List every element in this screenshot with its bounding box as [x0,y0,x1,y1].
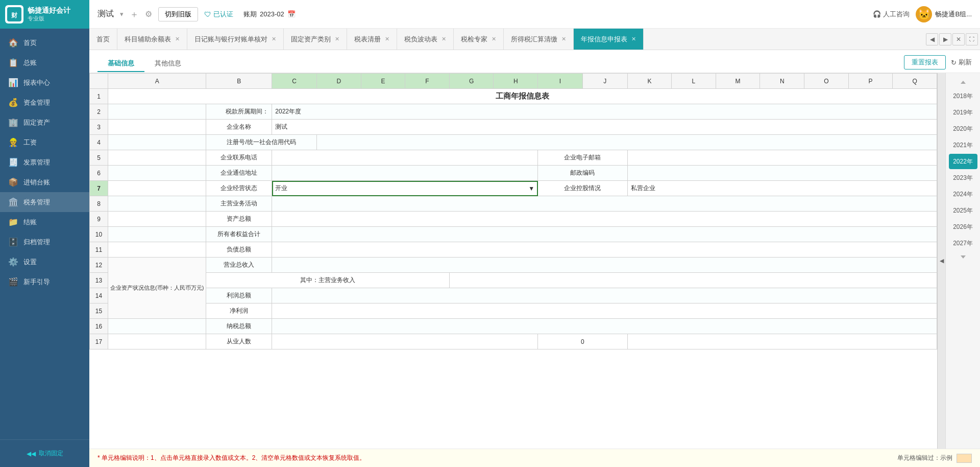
right-panel-collapse-btn[interactable]: ◀ [937,73,945,449]
reset-button[interactable]: 重置报表 [904,55,946,69]
topbar-settings-icon[interactable]: ⚙ [145,9,152,19]
user-avatar[interactable]: 🐱 [916,6,932,22]
tab-income-tax-close[interactable]: ✕ [561,36,566,42]
sidebar-item-assets[interactable]: 🏢 固定资产 [0,112,89,132]
sidebar-item-ledger[interactable]: 📋 总账 [0,53,89,73]
sheet-title-text: 工商年报信息表 [496,91,549,100]
r5-phone-value[interactable] [272,150,538,166]
status-dropdown[interactable]: 开业 ▼ [275,184,534,193]
sidebar-item-invoice[interactable]: 🧾 发票管理 [0,152,89,172]
subtab-other[interactable]: 其他信息 [144,56,191,72]
tab-fixed-asset-close[interactable]: ✕ [335,36,339,42]
dropdown-arrow-icon[interactable]: ▼ [528,185,534,192]
year-up-button[interactable] [955,77,971,87]
sidebar-item-guide[interactable]: 🎬 新手引导 [0,272,89,292]
topbar-dropdown-arrow[interactable]: ▾ [120,10,124,18]
sidebar-label-assets: 固定资产 [23,118,50,127]
tab-income-tax[interactable]: 所得税汇算清缴 ✕ [504,29,574,50]
tab-tax-expert-close[interactable]: ✕ [492,36,496,42]
year-2023[interactable]: 2023年 [949,170,977,185]
sidebar-item-tax[interactable]: 🏛️ 税务管理 [0,192,89,212]
service-button[interactable]: 🎧 人工咨询 [873,10,910,19]
r5-email-value[interactable] [627,150,937,166]
tab-tax-expert[interactable]: 税检专家 ✕ [454,29,504,50]
r12-value[interactable] [272,258,937,273]
tab-income-tax-label: 所得税汇算清缴 [511,35,557,44]
tab-annual-report[interactable]: 年报信息申报表 ✕ [574,29,644,50]
r3c2-label: 企业名称 [206,120,272,135]
pin-button[interactable]: ◀◀ 取消固定 [0,444,89,463]
tab-subject-label: 科目辅助余额表 [125,35,171,44]
tab-journal[interactable]: 日记账与银行对账单核对 ✕ [187,29,284,50]
refresh-label: 刷新 [959,58,972,67]
sidebar-item-reports[interactable]: 📊 报表中心 [0,73,89,92]
col-j: J [582,74,627,89]
r15-value[interactable] [272,303,937,319]
tab-tax-wave[interactable]: 税负波动表 ✕ [397,29,454,50]
year-2027[interactable]: 2027年 [949,236,977,251]
r3c3-value[interactable]: 测试 [272,120,937,135]
tab-close-all-button[interactable]: ✕ [952,33,965,45]
r6-addr-value[interactable] [272,166,538,181]
year-2021[interactable]: 2021年 [949,137,977,153]
r9-value[interactable] [272,212,937,227]
r17-count-value[interactable]: 0 [538,334,628,349]
calendar-icon[interactable]: 📅 [287,10,296,18]
switch-version-button[interactable]: 切到旧版 [158,7,198,21]
sidebar-item-settings[interactable]: ⚙️ 设置 [0,252,89,272]
bottombar: * 单元格编辑说明：1、点击单元格直接录入数值或文本。2、清空单元格数值或文本恢… [89,449,980,467]
sidebar-label-closing: 结账 [23,218,37,227]
row-num-12: 12 [90,258,108,273]
tab-tax-schedule[interactable]: 税表清册 ✕ [347,29,397,50]
sidebar-item-inventory[interactable]: 📦 进销台账 [0,172,89,192]
r4c4-value[interactable] [316,135,937,150]
year-2018[interactable]: 2018年 [949,88,977,104]
sidebar-item-closing[interactable]: 📁 结账 [0,212,89,232]
year-2026[interactable]: 2026年 [949,219,977,235]
subtab-basic[interactable]: 基础信息 [97,56,144,72]
r16c2-label: 纳税总额 [206,319,272,334]
r10-value[interactable] [272,227,937,242]
r7c1 [108,181,206,196]
r17c3-value[interactable] [272,334,538,349]
r11-value[interactable] [272,242,937,258]
user-area: 🐱 畅捷通B组... [916,6,972,22]
sidebar-item-archive[interactable]: 🗄️ 归档管理 [0,232,89,252]
r16-value[interactable] [272,319,937,334]
tab-annual-report-close[interactable]: ✕ [631,36,636,42]
sidebar-item-salary[interactable]: 👷 工资 [0,132,89,152]
tab-home[interactable]: 首页 [89,29,117,50]
col-a: A [108,74,206,89]
year-2020[interactable]: 2020年 [949,121,977,136]
tab-tax-schedule-close[interactable]: ✕ [385,36,389,42]
sheet-title-cell[interactable]: 工商年报信息表 [108,89,937,104]
r14-value[interactable] [272,288,937,303]
sidebar-item-home[interactable]: 🏠 首页 [0,33,89,53]
tab-expand-button[interactable]: ⛶ [966,33,978,45]
tab-prev-button[interactable]: ◀ [926,33,938,45]
tab-next-button[interactable]: ▶ [939,33,951,45]
r6-zip-value[interactable] [627,166,937,181]
year-2022[interactable]: 2022年 [949,154,977,169]
spreadsheet-scroll[interactable]: A B C D E F G H I J [89,73,937,449]
tab-subject[interactable]: 科目辅助余额表 ✕ [117,29,187,50]
year-down-button[interactable] [955,252,971,262]
r7-status-value[interactable]: 开业 ▼ [272,181,538,196]
sidebar-item-funds[interactable]: 💰 资金管理 [0,92,89,112]
topbar-add-button[interactable]: ＋ [130,8,139,20]
tab-subject-close[interactable]: ✕ [175,36,180,42]
r7-holding-value[interactable]: 私营企业 [627,181,937,196]
svg-text:财: 财 [11,12,18,19]
r2c3-value[interactable]: 2022年度 [272,104,937,120]
r8-value[interactable] [272,196,937,212]
refresh-button[interactable]: ↻ 刷新 [951,58,972,67]
tab-tax-wave-close[interactable]: ✕ [442,36,446,42]
year-2019[interactable]: 2019年 [949,105,977,120]
year-2025[interactable]: 2025年 [949,203,977,218]
r13-value[interactable] [449,273,937,288]
year-2024[interactable]: 2024年 [949,186,977,202]
tab-fixed-asset[interactable]: 固定资产类别 ✕ [284,29,347,50]
refresh-icon: ↻ [951,59,957,66]
r17-rest[interactable] [627,334,937,349]
tab-journal-close[interactable]: ✕ [272,36,276,42]
